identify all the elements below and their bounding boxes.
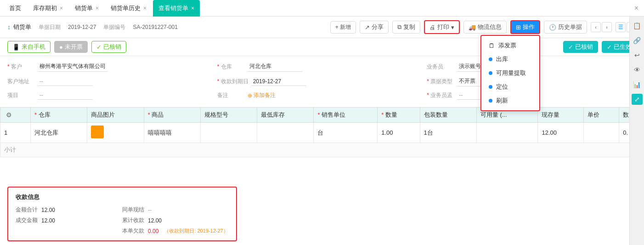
balance-value: 0.00 (148, 228, 158, 234)
project-value[interactable]: -- (38, 91, 93, 100)
copy-icon: ⧉ (397, 23, 401, 31)
cell-spec[interactable] (200, 123, 257, 143)
tab-sales-close[interactable]: × (96, 6, 99, 11)
due-date-value[interactable]: 2019-12-27 (251, 77, 306, 86)
payment-grid: 金额合计 12.00 同单现结 -- 成交金额 12.00 累计收款 12.00… (16, 206, 229, 235)
prev-button[interactable]: ‹ (591, 22, 601, 32)
no-label: 单据编号 (103, 23, 125, 31)
doc-type-label: 销货单 (13, 23, 31, 31)
doc-title-group: ↕ 销货单 (7, 23, 31, 31)
cell-current[interactable]: 12.00 (538, 123, 584, 143)
check-btn[interactable]: ✓ 已核销 (91, 41, 126, 53)
form-row-3: 项目 -- 备注 添加备注 业务员孟 -- (7, 91, 637, 100)
project-field: 项目 -- (7, 91, 217, 100)
tab-home[interactable]: 首页 (4, 0, 27, 17)
right-sidebar: 📋 🔗 ↩ 👁 📊 ⤢ (629, 17, 644, 245)
tab-inventory-label: 库存期初 (33, 4, 57, 12)
share-icon: ↗ (365, 24, 370, 31)
next-button[interactable]: › (602, 22, 612, 32)
sidebar-icon-2[interactable]: 🔗 (632, 35, 643, 46)
share-button[interactable]: ↗ 分享 (360, 21, 389, 34)
col-warehouse: * 仓库 (31, 108, 87, 123)
truck-icon: 🚚 (469, 24, 476, 31)
customer-label: 客户 (7, 63, 35, 71)
warehouse-value[interactable]: 河北仓库 (248, 62, 303, 72)
total-label: 金额合计 (16, 206, 38, 214)
main-container: ↕ 销货单 单据日期 2019-12-27 单据编号 SA-20191227-0… (0, 17, 644, 245)
address-value[interactable]: -- (38, 77, 93, 86)
locate-dot (489, 85, 492, 89)
order-table: ⚙ * 仓库 商品图片 * 商品 规格型号 最低库存 * 销售单位 * 数量 包… (0, 107, 644, 157)
window-close-button[interactable]: × (633, 2, 640, 14)
not-open-btn[interactable]: ● 未开票 (54, 41, 88, 53)
tab-home-label: 首页 (9, 4, 21, 12)
tab-sales-history-close[interactable]: × (143, 6, 147, 11)
col-product: * 商品 (144, 108, 200, 123)
from-phone-btn[interactable]: 📱 来自手机 (7, 41, 51, 53)
toolbar-row: 📱 来自手机 ● 未开票 ✓ 已核销 ✓ 已核销 ✓ 已生效 (0, 38, 644, 56)
col-price: 单价 (584, 108, 619, 123)
print-icon: 🖨 (429, 24, 435, 31)
tab-sales-history-label: 销货单历史 (111, 4, 141, 12)
operation-dropdown: 🗒 添发票 出库 可用量提取 定位 (480, 35, 540, 111)
cell-unit[interactable]: 台 (314, 123, 378, 143)
tab-inventory[interactable]: 库存期初 × (28, 0, 68, 17)
operation-button[interactable]: ⊞ 操作 (510, 20, 540, 34)
op-outbound[interactable]: 出库 (481, 52, 539, 66)
print-arrow-icon: ▾ (451, 24, 454, 31)
form-row-1: 客户 柳州粤港平安气体有限公司 仓库 河北仓库 业务员 演示账号 (7, 62, 637, 72)
list-view-button[interactable]: ☰ (616, 22, 626, 32)
project-label: 项目 (7, 91, 35, 99)
outbound-dot (489, 57, 492, 61)
settings-icon[interactable]: ⚙ (4, 110, 13, 120)
cell-product[interactable]: 嘻嘻嘻嘻 (144, 123, 200, 143)
op-refresh[interactable]: 刷新 (481, 94, 539, 108)
tab-sales-history[interactable]: 销货单历史 × (105, 0, 152, 17)
tab-inventory-close[interactable]: × (60, 6, 63, 11)
check-circle-icon: ✓ (568, 44, 573, 51)
col-min-stock: 最低库存 (257, 108, 314, 123)
tab-view-sales[interactable]: 查看销货单 × (153, 0, 200, 17)
op-available-qty[interactable]: 可用量提取 (481, 66, 539, 80)
refresh-dot (489, 99, 492, 103)
sidebar-icon-5[interactable]: 📊 (632, 79, 643, 90)
warehouse-field: 仓库 河北仓库 (217, 62, 427, 72)
doc-meta: 单据日期 2019-12-27 单据编号 SA-20191227-001 (39, 23, 178, 31)
customer-value[interactable]: 柳州粤港平安气体有限公司 (38, 62, 107, 72)
sidebar-icon-expand[interactable]: ⤢ (632, 94, 643, 105)
logistics-button[interactable]: 🚚 物流信息 (463, 21, 507, 34)
cell-warehouse[interactable]: 河北仓库 (31, 123, 87, 143)
customer-field: 客户 柳州粤港平安气体有限公司 (7, 62, 217, 72)
cell-min-stock[interactable] (257, 123, 314, 143)
sidebar-icon-4[interactable]: 👁 (632, 64, 643, 75)
print-button[interactable]: 🖨 打印 ▾ (424, 20, 460, 34)
op-locate[interactable]: 定位 (481, 80, 539, 94)
new-button[interactable]: + 新增 (330, 21, 356, 34)
nav-arrows: ‹ › (591, 22, 612, 32)
sidebar-icon-3[interactable]: ↩ (632, 50, 643, 61)
tab-sales[interactable]: 销货单 × (69, 0, 104, 17)
copy-button[interactable]: ⧉ 复制 (392, 21, 420, 34)
col-current: 现存量 (538, 108, 584, 123)
total-value: 12.00 (41, 207, 55, 213)
cell-available[interactable] (476, 123, 538, 143)
already-sold-btn[interactable]: ✓ 已核销 (563, 41, 598, 53)
operation-icon: ⊞ (516, 24, 521, 31)
balance-label: 本单欠款 (122, 227, 144, 235)
cell-price[interactable] (584, 123, 619, 143)
cell-qty[interactable]: 1.00 (378, 123, 420, 143)
ticket-label: 票据类型 (427, 78, 454, 85)
operation-group: ⊞ 操作 🗒 添发票 出库 可用量提取 (510, 20, 540, 34)
add-note-btn[interactable]: 添加备注 (248, 91, 276, 99)
invoice-icon: 🗒 (489, 42, 495, 49)
history-button[interactable]: 🕐 历史单据 (544, 21, 587, 34)
doc-actions: + 新增 ↗ 分享 ⧉ 复制 🖨 打印 ▾ 🚚 物流信息 ⊞ (330, 20, 637, 34)
actual-value: 12.00 (41, 217, 55, 224)
col-gear: ⚙ (0, 108, 31, 123)
warehouse-label: 仓库 (217, 63, 245, 71)
payment-box: 收款信息 金额合计 12.00 同单现结 -- 成交金额 12.00 累计收款 … (7, 187, 237, 241)
tab-view-sales-close[interactable]: × (191, 6, 194, 11)
sidebar-icon-1[interactable]: 📋 (632, 20, 643, 31)
cell-pack[interactable]: 1台 (420, 123, 476, 143)
op-add-invoice[interactable]: 🗒 添发票 (481, 39, 539, 52)
